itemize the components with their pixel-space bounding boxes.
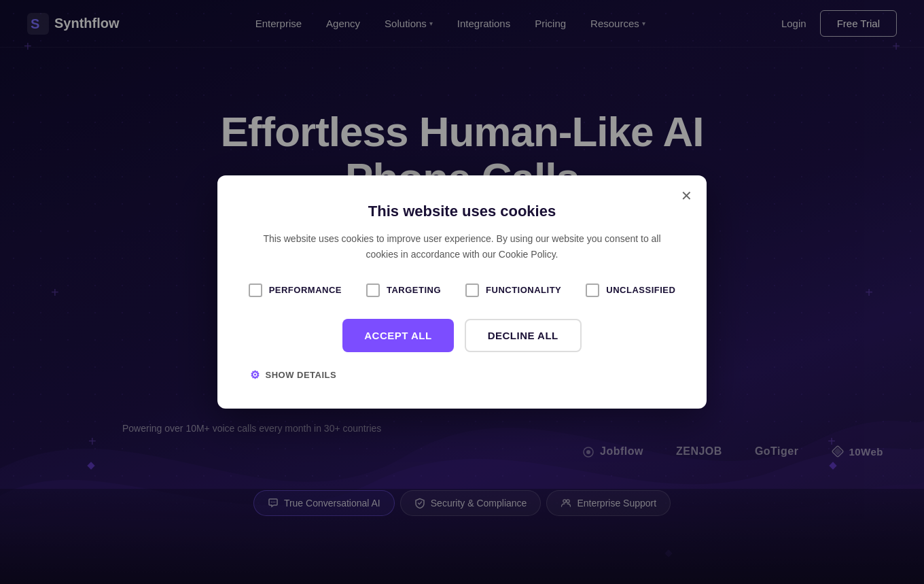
modal-close-button[interactable]: ✕: [677, 186, 696, 205]
targeting-checkbox[interactable]: [366, 284, 380, 297]
cookie-option-performance[interactable]: PERFORMANCE: [249, 284, 342, 297]
cookie-option-functionality[interactable]: FUNCTIONALITY: [465, 284, 561, 297]
cookie-modal: ✕ This website uses cookies This website…: [217, 175, 707, 409]
modal-description: This website uses cookies to improve use…: [250, 231, 674, 262]
accept-all-button[interactable]: ACCEPT ALL: [342, 319, 453, 352]
modal-actions: ACCEPT ALL DECLINE ALL: [250, 319, 674, 352]
performance-checkbox[interactable]: [249, 284, 262, 297]
functionality-checkbox[interactable]: [465, 284, 479, 297]
cookie-options: PERFORMANCE TARGETING FUNCTIONALITY UNCL…: [250, 284, 674, 297]
decline-all-button[interactable]: DECLINE ALL: [465, 319, 582, 352]
unclassified-checkbox[interactable]: [586, 284, 599, 297]
gear-icon: ⚙: [250, 368, 260, 381]
show-details-button[interactable]: ⚙ SHOW DETAILS: [250, 368, 336, 381]
cookie-option-unclassified[interactable]: UNCLASSIFIED: [586, 284, 675, 297]
cookie-option-targeting[interactable]: TARGETING: [366, 284, 441, 297]
modal-title: This website uses cookies: [250, 203, 674, 220]
cookie-modal-overlay: ✕ This website uses cookies This website…: [0, 0, 924, 584]
